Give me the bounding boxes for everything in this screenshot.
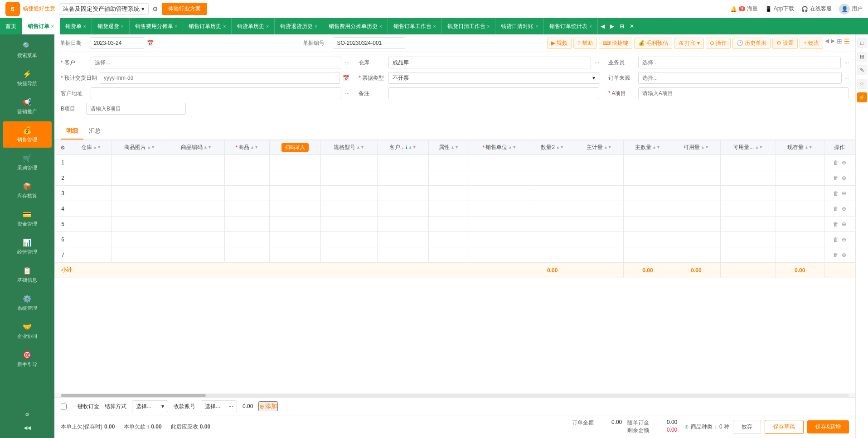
row-current[interactable] — [776, 201, 824, 217]
online-service-item[interactable]: 🎧 在线客服 — [801, 5, 832, 13]
row-product[interactable] — [224, 170, 269, 186]
warehouse-input[interactable] — [388, 57, 591, 68]
row-attr[interactable] — [428, 155, 469, 170]
scrollbar-track[interactable] — [61, 394, 849, 397]
tab-summary[interactable]: 汇总 — [83, 123, 106, 140]
row-code[interactable] — [168, 155, 225, 170]
row-unit[interactable] — [469, 247, 530, 263]
col-scan[interactable]: 扫码录入 — [269, 140, 320, 155]
close-icon[interactable]: × — [121, 24, 124, 29]
invoice-type-select[interactable]: 不开票 ▾ — [388, 72, 599, 84]
tab-order-stats[interactable]: 销售订单统计表 × — [544, 18, 598, 34]
order-source-more-icon[interactable]: ··· — [844, 75, 849, 81]
close-icon[interactable]: × — [51, 24, 54, 29]
row-product[interactable] — [224, 201, 269, 217]
calendar-icon[interactable]: 📅 — [147, 40, 154, 46]
sidebar-item-quicknav[interactable]: ⚡ 快捷导航 — [3, 65, 52, 91]
copy-icon[interactable]: ⊕ — [842, 175, 846, 181]
row-qty2[interactable] — [530, 155, 575, 170]
discard-button[interactable]: 放弃 — [733, 420, 761, 434]
debt-info-icon[interactable]: ℹ — [147, 424, 149, 429]
row-action[interactable]: 🗑 ⊕ — [824, 170, 855, 186]
row-attr[interactable] — [428, 217, 469, 232]
row-current[interactable] — [776, 186, 824, 201]
address-input[interactable] — [91, 87, 341, 99]
note-input[interactable] — [388, 87, 599, 99]
row-attr[interactable] — [428, 201, 469, 217]
col-main-qty[interactable]: 主数量▲▼ — [623, 140, 672, 155]
col-main-measure[interactable]: 主计量▲▼ — [575, 140, 623, 155]
row-main-qty[interactable] — [623, 170, 672, 186]
more-icon[interactable]: ··· — [228, 403, 233, 409]
tab-daily-reconcile[interactable]: 钱货日清对账 × — [495, 18, 544, 34]
a-project-input[interactable] — [638, 87, 849, 99]
delete-icon[interactable]: 🗑 — [833, 159, 839, 166]
tab-expense-history[interactable]: 销售费用分摊单历史 × — [323, 18, 388, 34]
close-icon[interactable]: × — [535, 24, 538, 29]
tabs-right-arrow[interactable]: ▶ — [607, 23, 617, 29]
row-warehouse[interactable] — [71, 217, 112, 232]
row-attr[interactable] — [428, 247, 469, 263]
row-product[interactable] — [224, 247, 269, 263]
row-attr[interactable] — [428, 170, 469, 186]
delete-icon[interactable]: 🗑 — [833, 221, 839, 227]
row-code[interactable] — [168, 186, 225, 201]
close-icon[interactable]: × — [223, 24, 226, 29]
sidebar-collapse[interactable]: ◀◀ — [0, 421, 54, 434]
row-main-measure[interactable] — [575, 217, 623, 232]
customer-more-icon[interactable]: ··· — [345, 59, 349, 66]
copy-icon[interactable]: ⊕ — [842, 159, 846, 166]
row-unit[interactable] — [469, 170, 530, 186]
close-icon[interactable]: × — [175, 24, 178, 29]
customer-input[interactable] — [91, 57, 341, 68]
staff-more-icon[interactable]: ··· — [844, 59, 849, 66]
row-qty2[interactable] — [530, 186, 575, 201]
tabs-close-icon[interactable]: ✕ — [627, 23, 637, 29]
product-type-icon[interactable]: ⊙ — [684, 424, 689, 430]
row-action[interactable]: 🗑 ⊕ — [824, 201, 855, 217]
row-available[interactable] — [672, 201, 720, 217]
right-icon-3[interactable]: ✎ — [857, 65, 867, 75]
right-icon-5[interactable]: ⚡ — [857, 92, 867, 102]
row-customer-code[interactable] — [377, 232, 428, 247]
row-spec[interactable] — [321, 186, 378, 201]
row-attr[interactable] — [428, 232, 469, 247]
row-unit[interactable] — [469, 217, 530, 232]
row-spec[interactable] — [321, 155, 378, 170]
grid-view-icon[interactable]: ⊞ — [837, 38, 842, 49]
row-main-measure[interactable] — [575, 232, 623, 247]
row-main-measure[interactable] — [575, 170, 623, 186]
row-product[interactable] — [224, 232, 269, 247]
row-available2[interactable] — [720, 247, 776, 263]
col-product[interactable]: *商品▲▼ — [224, 140, 269, 155]
row-qty2[interactable] — [530, 170, 575, 186]
col-available[interactable]: 可用量▲▼ — [672, 140, 720, 155]
row-unit[interactable] — [469, 201, 530, 217]
tab-goods-history[interactable]: 销货单历史 × — [232, 18, 275, 34]
row-customer-code[interactable] — [377, 155, 428, 170]
close-icon[interactable]: × — [487, 24, 490, 29]
copy-icon[interactable]: ⊕ — [842, 206, 846, 212]
row-available2[interactable] — [720, 170, 776, 186]
row-main-qty[interactable] — [623, 186, 672, 201]
row-main-measure[interactable] — [575, 247, 623, 263]
col-image[interactable]: 商品图片▲▼ — [112, 140, 168, 155]
row-customer-code[interactable] — [377, 201, 428, 217]
app-download-item[interactable]: 📱 App下载 — [765, 5, 794, 13]
user-item[interactable]: 👤 用户 — [839, 4, 863, 14]
payment-method-select[interactable]: 选择... ▾ — [132, 400, 168, 412]
col-attr[interactable]: 属性▲▼ — [428, 140, 469, 155]
row-available[interactable] — [672, 170, 720, 186]
add-material-btn[interactable]: + 物流 — [800, 38, 823, 49]
shortcut-btn[interactable]: ⌨ 快捷键 — [599, 38, 632, 49]
row-warehouse[interactable] — [71, 186, 112, 201]
row-qty2[interactable] — [530, 247, 575, 263]
row-main-measure[interactable] — [575, 155, 623, 170]
row-customer-code[interactable] — [377, 217, 428, 232]
help-btn[interactable]: ? 帮助 — [573, 38, 597, 49]
row-product[interactable] — [224, 186, 269, 201]
staff-input[interactable] — [638, 57, 841, 68]
copy-icon[interactable]: ⊕ — [842, 190, 846, 197]
sidebar-item-search[interactable]: 🔍 搜索菜单 — [3, 37, 52, 63]
row-available2[interactable] — [720, 232, 776, 247]
